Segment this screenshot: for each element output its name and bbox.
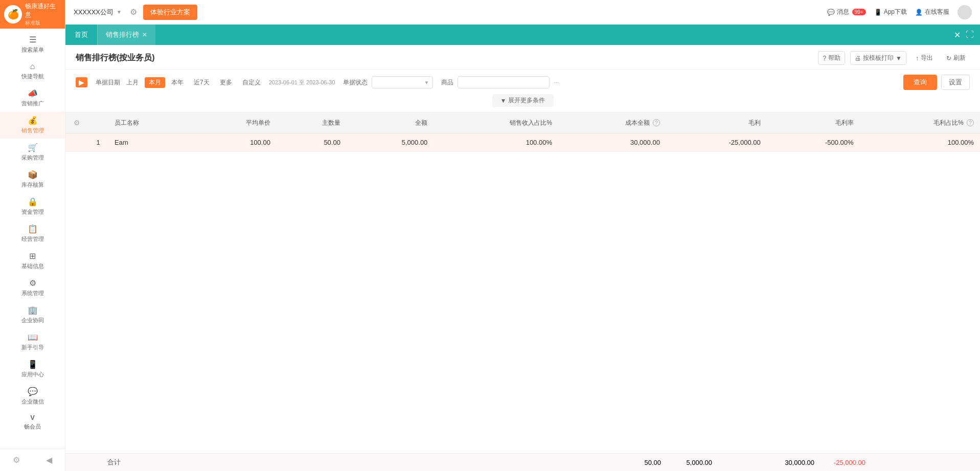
table-footer: 合计 50.00 5,000.00 30,000.00 -25,000.00 <box>65 453 980 471</box>
guide-icon: 📖 <box>28 332 38 342</box>
filter-toggle[interactable]: ▶ <box>76 77 87 87</box>
tab-sales-ranking[interactable]: 销售排行榜 ✕ <box>98 25 155 45</box>
sidebar-item-enterprise[interactable]: 🏢 企业协同 <box>0 301 65 328</box>
gross-pct-info-icon[interactable]: ? <box>967 119 974 126</box>
system-icon: ⚙ <box>29 278 36 288</box>
sidebar-item-inventory[interactable]: 📦 库存核算 <box>0 166 65 193</box>
message-label: 消息 <box>837 8 849 16</box>
sidebar-item-basic-info[interactable]: ⊞ 基础信息 <box>0 247 65 274</box>
sidebar-label-search: 搜索菜单 <box>21 46 44 54</box>
marketing-icon: 📣 <box>28 88 38 98</box>
top-header: XXXXXX公司 ▼ ⚙ 体验行业方案 💬 消息 99+ 📱 App下载 👤 在… <box>65 0 980 25</box>
operation-icon: 📋 <box>28 224 38 234</box>
avatar[interactable] <box>958 5 972 19</box>
sidebar-item-quick-nav[interactable]: ⌂ 快捷导航 <box>0 58 65 84</box>
sidebar-item-member[interactable]: V 畅会员 <box>0 410 65 435</box>
page-header: 销售排行榜(按业务员) ? 帮助 🖨 按模板打印 ▼ ↑ 导出 ↻ 刷新 <box>65 45 980 70</box>
template-print-button[interactable]: 🖨 按模板打印 ▼ <box>850 51 906 65</box>
status-select[interactable] <box>372 76 433 88</box>
sidebar-item-search[interactable]: ☰ 搜索菜单 <box>0 31 65 58</box>
sidebar-label-purchase: 采购管理 <box>21 154 44 162</box>
sidebar-item-system[interactable]: ⚙ 系统管理 <box>0 274 65 301</box>
th-sales-pct: 销售收入占比% <box>434 113 558 133</box>
sidebar-item-app-center[interactable]: 📱 应用中心 <box>0 355 65 383</box>
header-settings-icon[interactable]: ⚙ <box>130 7 137 17</box>
filter-more-btn[interactable]: ··· <box>554 79 559 86</box>
th-cost: 成本全额 ? <box>558 113 666 133</box>
th-employee: 员工名称 <box>108 113 192 133</box>
sidebar-label-member: 畅会员 <box>24 423 41 431</box>
cost-info-icon[interactable]: ? <box>653 119 660 126</box>
col-settings-icon[interactable]: ⚙ <box>72 118 82 128</box>
purchase-icon: 🛒 <box>28 143 38 152</box>
sidebar-settings-icon[interactable]: ⚙ <box>11 453 22 467</box>
td-settings <box>65 133 88 152</box>
th-rank <box>88 113 108 133</box>
trial-button[interactable]: 体验行业方案 <box>143 5 197 20</box>
date-btn-custom[interactable]: 自定义 <box>238 77 265 88</box>
date-btn-7days[interactable]: 近7天 <box>190 77 214 88</box>
app-download-label: App下载 <box>884 8 907 16</box>
goods-label: 商品 <box>441 78 453 87</box>
table-row: 1 Eam 100.00 50.00 5,000.00 100.00% 30,0… <box>65 133 980 152</box>
filter-toggle-icon[interactable]: ▶ <box>76 77 87 87</box>
td-amount: 5,000.00 <box>347 133 434 152</box>
sidebar-item-operation[interactable]: 📋 经营管理 <box>0 220 65 247</box>
status-label: 单据状态 <box>343 78 368 87</box>
date-btn-more[interactable]: 更多 <box>216 77 236 88</box>
table-header: ⚙ 员工名称 平均单价 主数量 全额 销售收入占比% 成本全额 ? <box>65 113 980 133</box>
tab-bar-right: ✕ ⛶ <box>954 30 980 40</box>
sidebar-item-sales[interactable]: 💰 销售管理 <box>0 111 65 139</box>
expand-more-button[interactable]: ▼ 展开更多条件 <box>492 94 554 107</box>
tab-home[interactable]: 首页 <box>65 25 98 45</box>
logo-subtitle: 标准版 <box>25 19 61 27</box>
company-name: XXXXXX公司 <box>74 8 113 17</box>
date-btn-this-month[interactable]: 本月 <box>145 77 165 88</box>
tab-bar: 首页 销售排行榜 ✕ ✕ ⛶ <box>65 25 980 45</box>
header-row: ⚙ 员工名称 平均单价 主数量 全额 销售收入占比% 成本全额 ? <box>65 113 980 133</box>
sidebar-item-finance[interactable]: 🔒 资金管理 <box>0 193 65 220</box>
table-area: ⚙ 员工名称 平均单价 主数量 全额 销售收入占比% 成本全额 ? <box>65 113 980 453</box>
print-arrow-icon: ▼ <box>896 55 902 62</box>
tab-close-icon[interactable]: ✕ <box>142 31 147 38</box>
page-content: 销售排行榜(按业务员) ? 帮助 🖨 按模板打印 ▼ ↑ 导出 ↻ 刷新 <box>65 45 980 471</box>
sidebar-label-app-center: 应用中心 <box>21 371 44 378</box>
logo-icon: 🍊 <box>4 5 22 24</box>
tab-window-close-icon[interactable]: ✕ <box>954 30 961 40</box>
refresh-button[interactable]: ↻ 刷新 <box>942 52 970 64</box>
message-button[interactable]: 💬 消息 99+ <box>827 8 866 16</box>
sidebar-item-marketing[interactable]: 📣 营销推广 <box>0 84 65 111</box>
query-button[interactable]: 查询 <box>903 75 937 90</box>
company-selector[interactable]: XXXXXX公司 ▼ <box>74 8 122 17</box>
date-btn-this-year[interactable]: 本年 <box>167 77 188 88</box>
sidebar-item-guide[interactable]: 📖 新手引导 <box>0 328 65 355</box>
message-icon: 💬 <box>827 9 835 16</box>
export-label: 导出 <box>921 54 933 62</box>
table-wrapper: ⚙ 员工名称 平均单价 主数量 全额 销售收入占比% 成本全额 ? <box>65 113 980 471</box>
online-service-button[interactable]: 👤 在线客服 <box>915 8 949 16</box>
refresh-icon: ↻ <box>946 55 951 62</box>
th-qty: 主数量 <box>277 113 347 133</box>
td-employee: Eam <box>108 133 192 152</box>
sidebar-item-wechat[interactable]: 💬 企业微信 <box>0 383 65 410</box>
sidebar-label-sales: 销售管理 <box>21 127 44 134</box>
search-menu-icon: ☰ <box>29 35 36 44</box>
expand-down-icon: ▼ <box>500 97 507 104</box>
app-download-button[interactable]: 📱 App下载 <box>874 8 907 16</box>
sidebar-label-basic-info: 基础信息 <box>21 262 44 270</box>
data-table: ⚙ 员工名称 平均单价 主数量 全额 销售收入占比% 成本全额 ? <box>65 113 980 152</box>
goods-input[interactable] <box>458 76 550 88</box>
goods-filter-group: 商品 ··· <box>441 76 559 88</box>
app-center-icon: 📱 <box>28 360 38 369</box>
th-settings[interactable]: ⚙ <box>65 113 88 133</box>
status-select-container: ▼ <box>372 76 433 88</box>
date-btn-last-month[interactable]: 上月 <box>122 77 143 88</box>
sidebar-label-inventory: 库存核算 <box>21 181 44 189</box>
td-rank: 1 <box>88 133 108 152</box>
sidebar-collapse-icon[interactable]: ◀ <box>44 453 54 467</box>
tab-expand-icon[interactable]: ⛶ <box>966 30 974 39</box>
help-button[interactable]: ? 帮助 <box>818 51 845 65</box>
sidebar-item-purchase[interactable]: 🛒 采购管理 <box>0 139 65 166</box>
setting-button[interactable]: 设置 <box>941 75 970 90</box>
export-button[interactable]: ↑ 导出 <box>911 52 937 64</box>
